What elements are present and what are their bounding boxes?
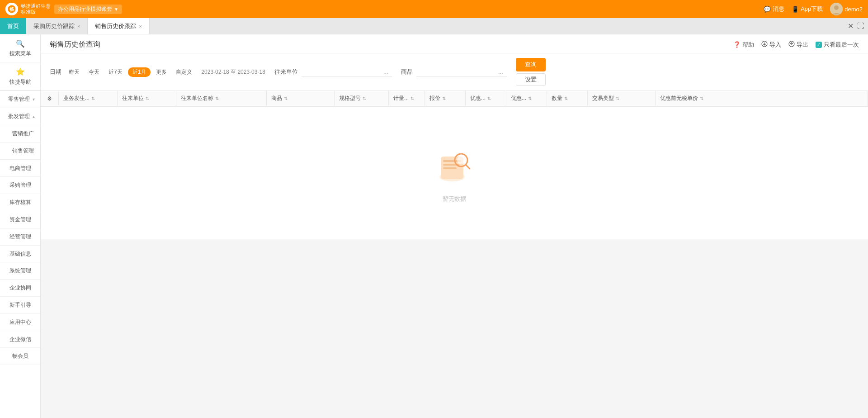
query-button[interactable]: 查询 [516,58,546,71]
help-btn[interactable]: ❓ 帮助 [733,41,754,49]
sidebar-item-system-mgmt[interactable]: 系统管理 [0,262,40,280]
th-price[interactable]: 报价 ⇅ [425,91,466,106]
th-partner-name[interactable]: 往来单位名称 ⇅ [176,91,267,106]
th-unit[interactable]: 计量... ⇅ [389,91,425,106]
maximize-window-btn[interactable]: ⛶ [857,22,864,30]
chevron-icon: ▾ [33,96,35,103]
tab-purchase-history[interactable]: 采购历史价跟踪 × [26,18,88,34]
sort-icon: ⇅ [442,96,446,101]
svg-text:畅: 畅 [9,7,14,12]
sidebar-item-purchase-mgmt[interactable]: 采购管理 [0,177,40,194]
sidebar-item-quick-nav[interactable]: ⭐ 快捷导航 [0,62,40,90]
page-title: 销售历史价查询 [50,40,100,49]
th-partner-code[interactable]: 往来单位 ⇅ [118,91,176,106]
app-download-btn[interactable]: 📱 App下载 [792,5,823,13]
th-qty[interactable]: 数量 ⇅ [547,91,588,106]
tab-sales-history[interactable]: 销售历史价跟踪 × [88,18,149,34]
product-picker-btn[interactable]: ... [495,68,507,75]
avatar [830,3,843,15]
th-biz-date[interactable]: 业务发生... ⇅ [59,91,118,106]
th-product[interactable]: 商品 ⇅ [267,91,335,106]
th-settings[interactable]: ⚙ [41,92,59,105]
settings-col-icon: ⚙ [47,95,52,102]
date-yesterday-btn[interactable]: 昨天 [65,67,83,77]
page-header-actions: ❓ 帮助 导入 [733,41,859,49]
empty-illustration [432,143,477,190]
date-filter-group: 日期 昨天 今天 近7天 近1月 更多 自定义 2023-02-18 至 202… [50,67,265,77]
export-icon [788,41,795,48]
download-icon: 📱 [792,6,799,13]
sidebar-item-new-user-guide[interactable]: 新手引导 [0,297,40,314]
sort-icon: ⇅ [284,96,288,101]
check-icon: ✓ [817,42,821,47]
sidebar-item-operations-mgmt[interactable]: 经营管理 [0,228,40,246]
date-custom-btn[interactable]: 自定义 [172,67,196,77]
only-latest-checkbox-label[interactable]: ✓ 只看最后一次 [816,41,859,49]
star-icon: ⭐ [16,67,25,77]
top-bar-right: 💬 消息 📱 App下载 demo2 [764,3,863,15]
purchase-history-tab-label: 采购历史价跟踪 [33,22,75,30]
purchase-history-tab-close[interactable]: × [77,24,80,29]
sales-history-tab-label: 销售历史价跟踪 [95,22,136,30]
tabs-bar: 首页 采购历史价跟踪 × 销售历史价跟踪 × ✕ ⛶ [0,18,868,34]
th-pretax-price[interactable]: 优惠前无税单价 ⇅ [656,91,868,106]
app-title-selector[interactable]: 办公用品行业模拟账套 ▼ [54,5,122,14]
sort-icon: ⇅ [215,96,219,101]
sort-icon: ⇅ [700,96,703,101]
date-today-btn[interactable]: 今天 [85,67,103,77]
sidebar-item-retail-mgmt[interactable]: 零售管理 ▾ [0,91,40,108]
main-area: 🔍 搜索菜单 ⭐ 快捷导航 零售管理 ▾ 批发管理 ▴ 营销推广 销售管理 [0,34,868,418]
sidebar-item-sales-mgmt[interactable]: 销售管理 [0,142,40,160]
sidebar-item-wholesale-mgmt[interactable]: 批发管理 ▴ [0,108,40,125]
svg-line-13 [466,165,470,169]
page-header: 销售历史价查询 ❓ 帮助 导入 [41,34,868,53]
close-window-btn[interactable]: ✕ [848,22,854,30]
sidebar-item-app-center[interactable]: 应用中心 [0,314,40,331]
product-filter-label: 商品 [401,68,413,76]
tabs-actions: ✕ ⛶ [848,22,868,30]
top-bar-left: 畅 畅捷通好生意 标准版 办公用品行业模拟账套 ▼ [5,3,122,15]
sort-icon: ⇅ [146,96,149,101]
sidebar-item-inventory-check[interactable]: 库存核算 [0,194,40,211]
partner-picker-btn[interactable]: ... [380,68,392,75]
tab-home[interactable]: 首页 [0,18,26,34]
sidebar-item-enterprise-wechat[interactable]: 企业微信 [0,331,40,348]
only-latest-checkbox[interactable]: ✓ [816,42,822,48]
date-more-btn[interactable]: 更多 [152,67,170,77]
sort-icon: ⇅ [91,96,95,101]
user-menu-btn[interactable]: demo2 [830,3,863,15]
product-input-field: ... [416,67,507,76]
th-discount2[interactable]: 优惠... ⇅ [506,91,547,106]
sidebar-item-basic-info[interactable]: 基础信息 [0,246,40,263]
sort-icon: ⇅ [487,96,491,101]
import-icon [761,41,768,48]
export-btn[interactable]: 导出 [788,41,808,49]
chevron-down-icon: ▼ [114,7,118,12]
svg-point-3 [834,5,839,10]
partner-input[interactable] [302,68,378,75]
product-input[interactable] [416,68,493,75]
page-content: 销售历史价查询 ❓ 帮助 导入 [41,34,868,418]
sidebar-item-marketing[interactable]: 营销推广 [0,125,40,142]
th-spec[interactable]: 规格型号 ⇅ [335,91,389,106]
partner-filter-group: 往来单位 ... [274,67,392,76]
search-icon: 🔍 [16,39,25,49]
logo-area: 畅 畅捷通好生意 标准版 [5,3,51,15]
sidebar-item-finance-mgmt[interactable]: 资金管理 [0,211,40,228]
th-discount1[interactable]: 优惠... ⇅ [466,91,506,106]
date-last7days-btn[interactable]: 近7天 [105,67,126,77]
sales-history-tab-close[interactable]: × [139,24,142,29]
sidebar-item-ecommerce-mgmt[interactable]: 电商管理 [0,160,40,177]
app-title-text: 办公用品行业模拟账套 [58,5,112,13]
sort-icon: ⇅ [410,96,414,101]
sidebar-item-search-menu[interactable]: 🔍 搜索菜单 [0,34,40,62]
message-btn[interactable]: 💬 消息 [764,5,784,13]
date-last1month-btn[interactable]: 近1月 [128,67,151,77]
sort-icon: ⇅ [616,96,619,101]
sort-icon: ⇅ [363,96,366,101]
sidebar-item-member[interactable]: 畅会员 [0,348,40,365]
sidebar-item-enterprise-collab[interactable]: 企业协同 [0,280,40,297]
settings-button[interactable]: 设置 [516,73,546,86]
import-btn[interactable]: 导入 [761,41,781,49]
th-trade-type[interactable]: 交易类型 ⇅ [588,91,656,106]
